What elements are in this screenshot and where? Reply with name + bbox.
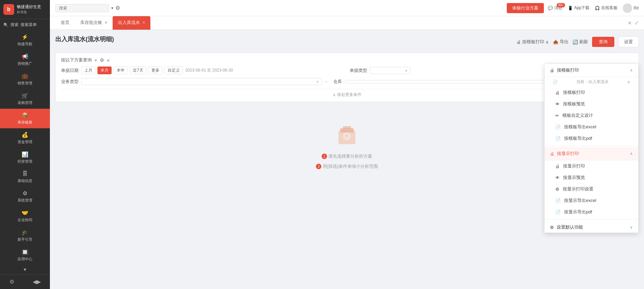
sidebar-item-label: 系统管理 (18, 198, 32, 203)
topbar-gear-icon[interactable]: ⚙ (115, 5, 120, 11)
dropdown-top-toggle[interactable]: ∧ (630, 68, 633, 73)
tab-batch-account-close[interactable]: × (105, 20, 107, 25)
date-btn-prev-month[interactable]: 上月 (81, 67, 95, 74)
sidebar-item-base[interactable]: 🗄 基础信息 (0, 167, 50, 187)
date-btn-current-year[interactable]: 本年 (114, 67, 128, 74)
date-btn-current-month[interactable]: 本月 (97, 67, 112, 74)
filter-collapse-text: 收起更多条件 (337, 92, 361, 98)
tab-batch-account[interactable]: 库存批次账 × (75, 16, 113, 30)
sidebar-item-marketing[interactable]: 📢 营销推广 (0, 50, 50, 70)
print-btn[interactable]: 🖨 按模板打印 ∧ (517, 39, 549, 45)
sidebar-item-purchase[interactable]: 🛒 采购管理 (0, 89, 50, 109)
tab-flow-close[interactable]: × (143, 20, 145, 25)
settings-bottom-btn[interactable]: ⚙ (8, 277, 16, 286)
filter-type-select[interactable]: ∨ (370, 67, 410, 74)
operation-icon: 📊 (22, 151, 28, 158)
date-btn-7days[interactable]: 近7天 (130, 67, 146, 74)
export-label: 导出 (560, 39, 568, 45)
display-excel-label: 按显示导出excel (564, 198, 596, 204)
logo-text: 畅捷通好生意 标准版 (17, 4, 41, 15)
sidebar-item-inventory[interactable]: 📦 库存核算 (0, 109, 50, 128)
settings-default-icon: ⚙ (550, 225, 554, 230)
sidebar-item-quick-nav[interactable]: ⚡ 快捷导航 (0, 30, 50, 50)
section2-toggle[interactable]: ∧ (630, 151, 633, 156)
online-service-btn[interactable]: 🎧 在线客服 (595, 5, 617, 11)
sidebar-item-system[interactable]: ⚙ 系统管理 (0, 187, 50, 206)
current-arrow: ∨ (627, 80, 630, 84)
collapse-sidebar-btn[interactable]: ◀▶ (31, 277, 42, 286)
export-icon: 📤 (553, 40, 558, 45)
date-btn-custom[interactable]: 自定义 (165, 67, 183, 74)
sidebar-item-finance[interactable]: 💰 资金管理 (0, 128, 50, 148)
hint-num-1: 1 (322, 154, 327, 159)
close-window-btn[interactable]: ✕ (628, 20, 632, 26)
date-btn-more[interactable]: 更多 (148, 67, 163, 74)
sidebar-logo: b 畅捷通好生意 标准版 (0, 0, 50, 19)
dropdown-item-display-settings[interactable]: ⚙ 按显示打印设置 (545, 183, 638, 195)
tab-maximize-area: ✕ ⤢ (628, 20, 639, 26)
tab-flow[interactable]: 出入库流水 × (113, 16, 150, 30)
dropdown-section3-title: ⚙ 设置默认功能 (550, 224, 583, 230)
topbar-search-area: ▾ ⚙ (55, 4, 503, 12)
dropdown-section3-header[interactable]: ⚙ 设置默认功能 ∨ (545, 221, 638, 233)
filter-header: 按以下方案查询 + ⚙ « (61, 57, 633, 63)
current-icon: 📄 (553, 80, 558, 84)
dropdown-panel-scroll: 🖨 按模板打印 ∧ 📄 当前：出入库流水 ∨ 🖨 按模板打印 (545, 64, 638, 233)
dropdown-section1-title: 🖨 按模板打印 (550, 67, 579, 73)
topbar-search-dropdown[interactable]: ▾ (111, 6, 113, 10)
page-content: 出入库流水(流水明细) 🖨 按模板打印 ∧ 📤 导出 🔄 刷新 查询 设置 (50, 30, 644, 289)
system-icon: ⚙ (23, 190, 27, 196)
dropdown-section1-header[interactable]: 🖨 按模板打印 ∧ (545, 64, 638, 77)
filter-collapse-btn[interactable]: « (107, 57, 110, 63)
topbar-right: 💬 消息 99+ 📱 App下载 🎧 在线客服 Rit (548, 3, 639, 13)
dropdown-item-template-pdf[interactable]: 📄 按模板导出pdf (545, 133, 638, 144)
finance-icon: 💰 (22, 132, 28, 138)
sidebar-item-apps[interactable]: 🔲 应用中心 (0, 245, 50, 265)
scroll-down-icon: ▼ (23, 267, 27, 272)
guide-icon: 🎓 (22, 229, 28, 236)
dropdown-item-display-print[interactable]: 🖨 按显示打印 (545, 160, 638, 172)
sidebar-item-collab[interactable]: 🤝 企业协同 (0, 206, 50, 226)
topbar-search-input[interactable] (55, 4, 109, 12)
app-download-btn[interactable]: 📱 App下载 (568, 5, 589, 11)
tab-home[interactable]: 首页 (55, 16, 75, 30)
sidebar: b 畅捷通好生意 标准版 🔍 搜索 搜索菜单 ⚡ 快捷导航 📢 营销推广 💼 销… (0, 0, 50, 289)
dropdown-section2-header[interactable]: 🖨 按显示打印 ∧ (545, 147, 638, 160)
dropdown-item-display-excel[interactable]: 📄 按显示导出excel (545, 195, 638, 206)
collab-icon: 🤝 (22, 210, 28, 216)
query-btn[interactable]: 查询 (592, 37, 614, 47)
print-section-icon: 🖨 (550, 68, 554, 73)
message-btn[interactable]: 💬 消息 99+ (548, 5, 562, 11)
filter-biz-more[interactable]: ··· (324, 79, 328, 84)
sidebar-scroll-down[interactable]: ▼ (0, 265, 50, 274)
app-download-icon: 📱 (568, 6, 573, 10)
sidebar-item-sales[interactable]: 💼 销售管理 (0, 70, 50, 89)
empty-hint-2-text: 用[筛选]条件来缩小分析范围 (323, 163, 378, 169)
refresh-label: 刷新 (579, 39, 588, 45)
dropdown-item-template-excel[interactable]: 📄 按模板导出excel (545, 121, 638, 133)
user-avatar-area[interactable]: Rit (623, 3, 639, 13)
sidebar-item-operation[interactable]: 📊 经营管理 (0, 148, 50, 167)
dropdown-item-template-preview[interactable]: 👁 按模板预览 (545, 98, 638, 110)
filter-biz-select[interactable]: ∨ (81, 78, 322, 85)
empty-hint-1: 1 请先选择要分析的方案 (322, 153, 372, 159)
sidebar-nav: ⚡ 快捷导航 📢 营销推广 💼 销售管理 🛒 采购管理 📦 库存核算 💰 资金管… (0, 30, 50, 265)
filter-setting-btn[interactable]: ⚙ (100, 57, 104, 63)
maximize-btn[interactable]: ⤢ (635, 20, 639, 26)
section3-toggle[interactable]: ∨ (630, 225, 633, 230)
dropdown-item-display-pdf[interactable]: 📄 按显示导出pdf (545, 206, 638, 218)
display-preview-icon: 👁 (555, 175, 560, 180)
refresh-btn[interactable]: 🔄 刷新 (573, 39, 588, 45)
export-btn[interactable]: 📤 导出 (553, 39, 568, 45)
dropdown-item-display-preview[interactable]: 👁 按显示预览 (545, 172, 638, 183)
filter-add-btn[interactable]: + (94, 57, 97, 63)
dropdown-item-template-design[interactable]: ✏ 模板自定义设计 (545, 110, 638, 121)
tab-flow-label: 出入库流水 (118, 20, 140, 26)
search-nav-item[interactable]: 🔍 搜索 搜索菜单 (0, 19, 50, 30)
template-design-icon: ✏ (555, 113, 559, 118)
trial-btn[interactable]: 体验行业方案 (507, 3, 544, 13)
dropdown-item-template-print[interactable]: 🖨 按模板打印 (545, 87, 638, 98)
marketing-icon: 📢 (22, 53, 28, 60)
sidebar-item-guide[interactable]: 🎓 新手引导 (0, 226, 50, 245)
setting-btn[interactable]: 设置 (618, 36, 639, 47)
